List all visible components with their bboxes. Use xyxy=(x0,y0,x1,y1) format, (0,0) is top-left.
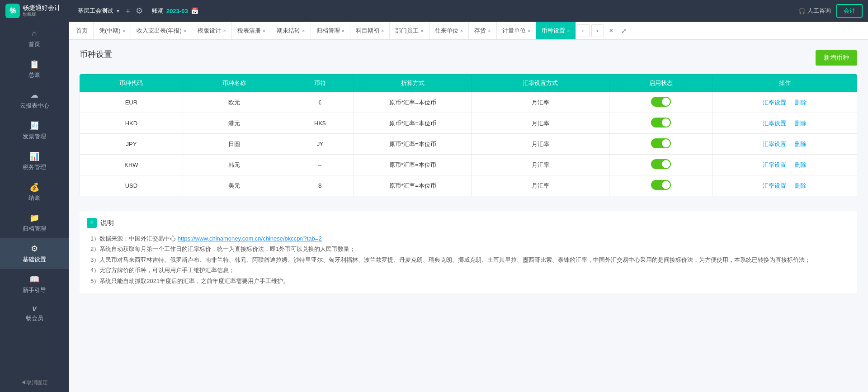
tab-inventory[interactable]: 存货 × xyxy=(469,22,496,39)
tab-close-all-button[interactable]: × xyxy=(605,24,618,37)
col-rate-method: 汇率设置方式 xyxy=(472,75,609,92)
cell-code: KRW xyxy=(80,155,183,175)
tab-close-inventory[interactable]: × xyxy=(488,28,491,33)
company-actions: ＋ ⚙ xyxy=(124,5,143,16)
sidebar-label-archive: 归档管理 xyxy=(23,225,46,233)
tab-voucher[interactable]: 凭(中期) × xyxy=(94,22,131,39)
cell-code: HKD xyxy=(80,113,183,134)
tab-currency[interactable]: 币种设置 × xyxy=(536,22,576,39)
cell-actions: 汇率设置 删除 xyxy=(712,92,857,113)
new-currency-button[interactable]: 新增币种 xyxy=(816,50,857,66)
sidebar-item-archive[interactable]: 📁 归档管理 xyxy=(0,208,69,238)
delete-link[interactable]: 删除 xyxy=(795,182,807,189)
add-company-icon[interactable]: ＋ xyxy=(124,5,132,16)
sidebar-item-member[interactable]: V 畅会员 xyxy=(0,300,69,328)
tab-unit[interactable]: 计量单位 × xyxy=(497,22,536,39)
tab-close-template[interactable]: × xyxy=(223,28,226,33)
tab-close-income[interactable]: × xyxy=(184,28,186,33)
calendar-icon[interactable]: 📅 xyxy=(191,7,198,14)
cell-symbol: $ xyxy=(286,175,354,196)
tab-close-voucher[interactable]: × xyxy=(123,28,125,33)
tab-partners[interactable]: 往来单位 × xyxy=(429,22,469,39)
table-row: USD 美元 $ 原币*汇率=本位币 月汇率 汇率设置 删除 xyxy=(80,175,857,196)
tax-icon: 📊 xyxy=(29,151,39,161)
cell-name: 欧元 xyxy=(183,92,286,113)
tab-close-currency[interactable]: × xyxy=(567,28,570,33)
cell-calc: 原币*汇率=本位币 xyxy=(354,155,472,175)
tab-periodclose[interactable]: 期末结转 × xyxy=(271,22,311,39)
tab-close-dept[interactable]: × xyxy=(420,28,423,33)
table-header-row: 币种代码 币种名称 币符 折算方式 汇率设置方式 启用状态 操作 xyxy=(80,75,857,92)
tab-subjects[interactable]: 科目期初 × xyxy=(350,22,390,39)
tab-close-partners[interactable]: × xyxy=(460,28,463,33)
company-name: 基层工会测试 xyxy=(78,7,113,15)
support-button[interactable]: 🎧 人工咨询 xyxy=(798,7,831,15)
rate-settings-link[interactable]: 汇率设置 xyxy=(763,161,786,168)
notice-list: 1）数据来源：中国外汇交易中心 https://www.chinamoney.c… xyxy=(87,233,850,286)
tab-prev-button[interactable]: ‹ xyxy=(577,24,590,37)
tab-close-archive[interactable]: × xyxy=(342,28,344,33)
sidebar-item-reports[interactable]: ☁ 云报表中心 xyxy=(0,85,69,115)
tab-next-button[interactable]: › xyxy=(591,24,604,37)
currency-table: 币种代码 币种名称 币符 折算方式 汇率设置方式 启用状态 操作 EUR 欧元 … xyxy=(80,74,857,196)
tab-close-taxclear[interactable]: × xyxy=(263,28,265,33)
status-toggle[interactable] xyxy=(651,118,671,128)
cell-code: USD xyxy=(80,175,183,196)
settings-icon[interactable]: ⚙ xyxy=(136,6,143,16)
main-layout: ⌂ 首页 📋 总账 ☁ 云报表中心 🧾 发票管理 📊 税务管理 💰 结账 📁 归… xyxy=(0,22,868,392)
cell-symbol: J¥ xyxy=(286,134,354,155)
status-toggle[interactable] xyxy=(651,97,671,107)
sidebar-label-invoice: 发票管理 xyxy=(23,132,46,141)
status-toggle[interactable] xyxy=(651,138,671,148)
ledger-icon: 📋 xyxy=(29,59,39,69)
sidebar: ⌂ 首页 📋 总账 ☁ 云报表中心 🧾 发票管理 📊 税务管理 💰 结账 📁 归… xyxy=(0,22,69,392)
tab-close-subjects[interactable]: × xyxy=(381,28,384,33)
col-calc: 折算方式 xyxy=(354,75,472,92)
delete-link[interactable]: 删除 xyxy=(795,141,807,147)
tab-template[interactable]: 模版设计 × xyxy=(192,22,231,39)
col-code: 币种代码 xyxy=(80,75,183,92)
sidebar-item-home[interactable]: ⌂ 首页 xyxy=(0,24,69,54)
tab-close-unit[interactable]: × xyxy=(528,28,530,33)
cell-code: EUR xyxy=(80,92,183,113)
notice-link[interactable]: https://www.chinamoney.com.cn/chinese/bk… xyxy=(178,235,322,242)
status-toggle[interactable] xyxy=(651,159,671,169)
tab-archive[interactable]: 归档管理 × xyxy=(311,22,350,39)
table-row: EUR 欧元 € 原币*汇率=本位币 月汇率 汇率设置 删除 xyxy=(80,92,857,113)
tab-expand-button[interactable]: ⤢ xyxy=(618,24,630,37)
delete-link[interactable]: 删除 xyxy=(795,99,807,106)
page-title: 币种设置 xyxy=(80,49,112,60)
tab-home[interactable]: 首页 xyxy=(71,22,94,39)
sidebar-item-guide[interactable]: 📖 新手引导 xyxy=(0,269,69,300)
tab-dept[interactable]: 部门员工 × xyxy=(390,22,429,39)
sidebar-pin[interactable]: ◀取消固定 xyxy=(0,373,69,392)
sidebar-label-tax: 税务管理 xyxy=(23,163,46,171)
sidebar-label-member: 畅会员 xyxy=(26,314,43,322)
tab-close-periodclose[interactable]: × xyxy=(302,28,305,33)
cell-actions: 汇率设置 删除 xyxy=(712,175,857,196)
sidebar-item-settings[interactable]: ⚙ 基础设置 xyxy=(0,238,69,269)
company-dropdown-icon[interactable]: ▼ xyxy=(116,9,120,14)
account-button[interactable]: 会计 xyxy=(836,4,863,18)
rate-settings-link[interactable]: 汇率设置 xyxy=(763,99,786,106)
rate-settings-link[interactable]: 汇率设置 xyxy=(763,182,786,189)
sidebar-item-invoice[interactable]: 🧾 发票管理 xyxy=(0,115,69,146)
rate-settings-link[interactable]: 汇率设置 xyxy=(763,141,786,147)
rate-settings-link[interactable]: 汇率设置 xyxy=(763,120,786,127)
delete-link[interactable]: 删除 xyxy=(795,161,807,168)
page-header: 币种设置 新增币种 xyxy=(80,49,857,67)
sidebar-item-settlement[interactable]: 💰 结账 xyxy=(0,177,69,208)
tab-taxclear[interactable]: 税表清册 × xyxy=(232,22,271,39)
cell-calc: 原币*汇率=本位币 xyxy=(354,92,472,113)
tab-income[interactable]: 收入支出表(年报) × xyxy=(131,22,192,39)
notice-section: ≡ 说明 1）数据来源：中国外汇交易中心 https://www.chinamo… xyxy=(80,211,857,293)
home-icon: ⌂ xyxy=(32,29,37,38)
sidebar-item-ledger[interactable]: 📋 总账 xyxy=(0,54,69,85)
status-toggle[interactable] xyxy=(651,180,671,190)
sidebar-label-settlement: 结账 xyxy=(28,194,40,202)
company-selector[interactable]: 基层工会测试 ▼ xyxy=(78,7,120,15)
cell-rate-method: 月汇率 xyxy=(472,134,609,155)
notice-item: 3）人民币对马来西亚林吉特、俄罗斯卢布、南非兰特、韩元、阿联酋迪拉姆、沙特里亚尔… xyxy=(87,255,850,265)
sidebar-item-tax[interactable]: 📊 税务管理 xyxy=(0,146,69,177)
delete-link[interactable]: 删除 xyxy=(795,120,807,127)
